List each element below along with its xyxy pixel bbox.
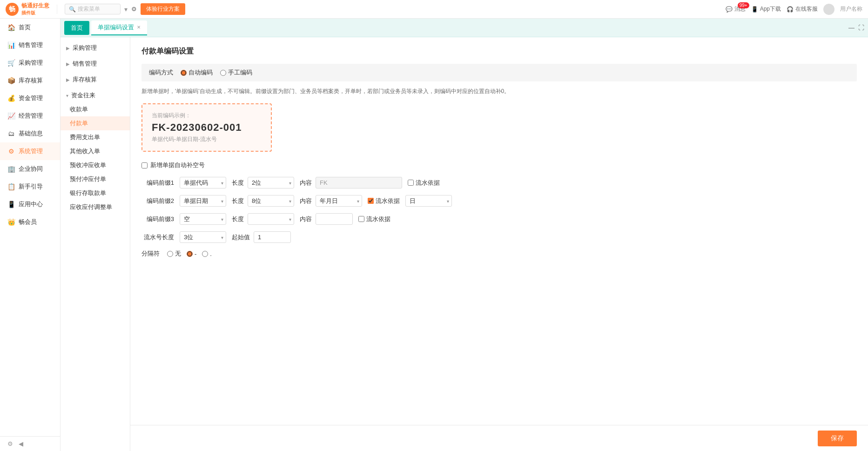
prefix1-select-wrapper: 单据代码 bbox=[180, 177, 226, 188]
prefix3-length-select[interactable] bbox=[248, 213, 294, 225]
prefix2-label: 编码前缀2 bbox=[141, 197, 174, 205]
appstore-icon: 📱 bbox=[7, 201, 15, 208]
prefix3-content-input[interactable] bbox=[316, 213, 353, 225]
submenu-item-payable-adjust[interactable]: 应收应付调整单 bbox=[61, 200, 130, 214]
sidebar-item-appstore[interactable]: 📱 应用中心 bbox=[0, 195, 60, 213]
submenu-item-other-income[interactable]: 其他收入单 bbox=[61, 144, 130, 158]
sidebar-item-enterprise[interactable]: 🏢 企业协同 bbox=[0, 160, 60, 178]
manual-code-radio[interactable]: 手工编码 bbox=[220, 68, 252, 77]
tab-close-icon[interactable]: ✕ bbox=[137, 25, 141, 30]
sidebar-collapse-icon[interactable]: ◀ bbox=[19, 440, 23, 447]
auto-fill-label: 新增单据自动补空号 bbox=[150, 161, 205, 169]
purchase-icon: 🛒 bbox=[7, 59, 15, 67]
sidebar-item-system[interactable]: ⚙ 系统管理 bbox=[0, 142, 60, 160]
settings-icon[interactable]: ⚙ bbox=[131, 6, 137, 13]
prefix2-serial-check[interactable]: 流水依据 bbox=[368, 197, 400, 205]
prefix3-select[interactable]: 空 bbox=[180, 213, 226, 225]
online-service[interactable]: 🎧 在线客服 bbox=[787, 5, 818, 13]
top-bar: 畅 畅通好生意 插件版 🔍 搜索菜单 ▾ ⚙ 体验行业方案 💬 消息 99+ 📱… bbox=[0, 0, 868, 19]
submenu-group-sales-header[interactable]: ▶ 销售管理 bbox=[61, 57, 130, 71]
tab-minimize-icon[interactable]: — bbox=[848, 24, 855, 31]
submenu-item-prepay-payable[interactable]: 预付冲应付单 bbox=[61, 172, 130, 186]
sidebar-settings-icon[interactable]: ⚙ bbox=[7, 440, 13, 447]
page-title: 付款单编码设置 bbox=[141, 47, 857, 56]
prefix3-serial-check[interactable]: 流水依据 bbox=[358, 215, 390, 223]
top-bar-right: 💬 消息 99+ 📱 App下载 🎧 在线客服 用户名称 bbox=[726, 4, 862, 15]
tab-bar-actions: — ⛶ bbox=[848, 24, 864, 31]
tab-bar: 首页 单据编码设置 ✕ — ⛶ bbox=[61, 19, 868, 37]
save-button[interactable]: 保存 bbox=[818, 431, 857, 446]
sidebar-item-label: 新手引导 bbox=[19, 182, 43, 191]
submenu-group-inventory-header[interactable]: ▶ 库存核算 bbox=[61, 73, 130, 87]
sidebar-item-purchase[interactable]: 🛒 采购管理 bbox=[0, 54, 60, 72]
auto-code-radio[interactable]: 自动编码 bbox=[181, 68, 213, 77]
prefix1-serial-check[interactable]: 流水依据 bbox=[408, 179, 440, 187]
message-wrapper[interactable]: 💬 消息 99+ bbox=[726, 5, 746, 13]
sidebar-item-inventory[interactable]: 📦 库存核算 bbox=[0, 72, 60, 89]
sidebar-item-newbie[interactable]: 📋 新手引导 bbox=[0, 178, 60, 195]
submenu-item-bank-deposit[interactable]: 银行存取款单 bbox=[61, 186, 130, 200]
sidebar-item-label: 应用中心 bbox=[19, 200, 43, 209]
start-value-input[interactable] bbox=[254, 231, 291, 243]
prefix1-length-select[interactable]: 2位 bbox=[248, 177, 294, 188]
tab-code-settings[interactable]: 单据编码设置 ✕ bbox=[91, 20, 147, 35]
auto-fill-row: 新增单据自动补空号 bbox=[141, 161, 857, 169]
sidebar-item-vip[interactable]: 👑 畅会员 bbox=[0, 213, 60, 231]
sidebar-bottom: ⚙ ◀ bbox=[0, 436, 60, 451]
service-icon: 🎧 bbox=[787, 6, 794, 13]
sidebar-nav: 🏠 首页 📊 销售管理 🛒 采购管理 📦 库存核算 💰 资金管理 📈 经 bbox=[0, 19, 60, 436]
experience-btn[interactable]: 体验行业方案 bbox=[141, 3, 185, 15]
submenu-item-payment[interactable]: 付款单 bbox=[61, 116, 130, 130]
code-preview-desc: 单据代码-单据日期-流水号 bbox=[152, 135, 262, 143]
prefix1-select[interactable]: 单据代码 bbox=[180, 177, 226, 188]
submenu: ▶ 采购管理 ▶ 销售管理 ▶ 库存核算 bbox=[61, 37, 130, 451]
sidebar-item-finance[interactable]: 💰 资金管理 bbox=[0, 89, 60, 107]
user-name: 用户名称 bbox=[840, 5, 862, 13]
submenu-group-inventory: ▶ 库存核算 bbox=[61, 73, 130, 87]
sidebar-item-sales[interactable]: 📊 销售管理 bbox=[0, 36, 60, 54]
sep-dash-radio[interactable]: - bbox=[187, 250, 196, 257]
submenu-group-finance: ▾ 资金往来 收款单 付款单 费用支出单 其他收入单 bbox=[61, 88, 130, 214]
prefix3-content-group: 内容 bbox=[300, 213, 353, 225]
app-download[interactable]: 📱 App下载 bbox=[751, 5, 781, 13]
sidebar-item-label: 企业协同 bbox=[19, 165, 43, 173]
sep-none-radio[interactable]: 无 bbox=[167, 249, 181, 258]
serial-length-select[interactable]: 3位 bbox=[180, 231, 226, 243]
prefix3-select-wrapper: 空 bbox=[180, 213, 226, 225]
serial-length-select-wrapper: 3位 bbox=[180, 231, 226, 243]
sidebar-item-label: 首页 bbox=[19, 23, 31, 32]
user-avatar[interactable] bbox=[823, 4, 834, 15]
encoding-radio-group: 自动编码 手工编码 bbox=[181, 68, 252, 77]
operation-icon: 📈 bbox=[7, 112, 15, 120]
submenu-item-expense[interactable]: 费用支出单 bbox=[61, 130, 130, 144]
tab-maximize-icon[interactable]: ⛶ bbox=[858, 24, 864, 31]
tab-home[interactable]: 首页 bbox=[64, 21, 89, 35]
prefix2-serial-unit-select[interactable]: 日 bbox=[405, 195, 452, 207]
code-preview-value: FK-20230602-001 bbox=[152, 121, 262, 134]
search-menu[interactable]: 🔍 搜索菜单 bbox=[65, 4, 121, 14]
submenu-group-purchase-header[interactable]: ▶ 采购管理 bbox=[61, 41, 130, 55]
prefix2-content-select[interactable]: 年月日 bbox=[316, 195, 362, 207]
sidebar-item-operation[interactable]: 📈 经营管理 bbox=[0, 107, 60, 125]
submenu-group-finance-header[interactable]: ▾ 资金往来 bbox=[61, 88, 130, 102]
search-icon: 🔍 bbox=[69, 6, 76, 13]
sidebar-item-home[interactable]: 🏠 首页 bbox=[0, 19, 60, 36]
submenu-item-receipt[interactable]: 收款单 bbox=[61, 102, 130, 116]
submenu-item-prepay-receivable[interactable]: 预收冲应收单 bbox=[61, 158, 130, 172]
logo-icon: 畅 bbox=[6, 3, 19, 16]
prefix2-select[interactable]: 单据日期 bbox=[180, 195, 226, 207]
submenu-group-purchase: ▶ 采购管理 bbox=[61, 41, 130, 55]
auto-fill-checkbox[interactable] bbox=[141, 162, 148, 168]
code-preview-box: 当前编码示例： FK-20230602-001 单据代码-单据日期-流水号 bbox=[141, 103, 272, 152]
serial-row: 流水号长度 3位 起始值 bbox=[141, 231, 857, 243]
encoding-method-label: 编码方式 bbox=[149, 68, 173, 77]
arrow-right-icon: ▶ bbox=[66, 46, 70, 51]
prefix3-length-group: 长度 bbox=[232, 213, 294, 225]
prefix2-length-select-wrapper: 8位 bbox=[248, 195, 294, 207]
dropdown-icon[interactable]: ▾ bbox=[124, 6, 128, 13]
prefix2-length-select[interactable]: 8位 bbox=[248, 195, 294, 207]
inner-layout: 首页 单据编码设置 ✕ — ⛶ ▶ 采购管理 bbox=[61, 19, 868, 451]
sales-icon: 📊 bbox=[7, 41, 15, 49]
sidebar-item-basic[interactable]: 🗂 基础信息 bbox=[0, 125, 60, 142]
sep-dot-radio[interactable]: . bbox=[202, 250, 212, 257]
